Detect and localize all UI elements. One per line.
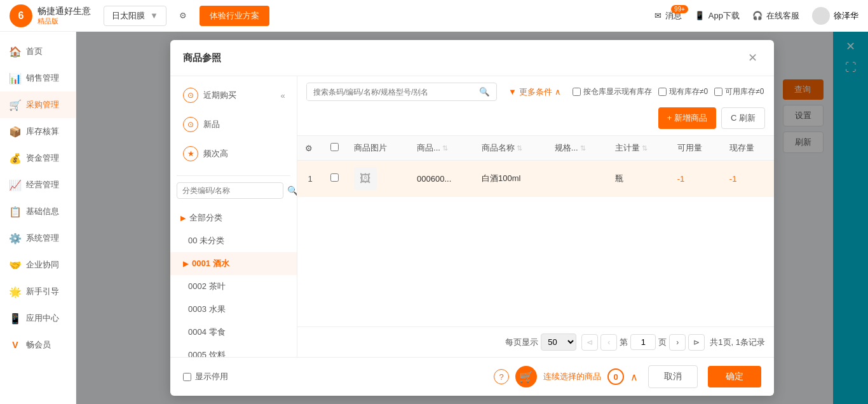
th-name[interactable]: 商品名称: [474, 136, 547, 161]
th-image: 商品图片: [346, 136, 409, 161]
cart-button[interactable]: 🛒: [515, 366, 537, 387]
show-disabled-checkbox[interactable]: [183, 373, 191, 381]
settings-icon[interactable]: ⚙: [173, 6, 193, 26]
sidebar-label-app-center: 应用中心: [26, 313, 59, 324]
checkbox-available-stock[interactable]: 可用库存≠0: [714, 86, 764, 97]
show-disabled-label[interactable]: 显示停用: [183, 371, 228, 382]
active-arrow-icon: ▶: [183, 260, 188, 268]
more-filters-button[interactable]: ▼ 更多条件 ∧: [503, 83, 566, 101]
nav-right: ✉ 消息 99+ 📱 App下载 🎧 在线客服 徐泽华: [654, 7, 858, 25]
sidebar-item-basic-info[interactable]: 📋 基础信息: [0, 198, 76, 225]
quick-filter-recent[interactable]: ⊙ 近期购买: [177, 83, 243, 108]
prev-page-button[interactable]: ‹: [600, 334, 617, 351]
th-code[interactable]: 商品...: [409, 136, 474, 161]
sidebar-item-home[interactable]: 🏠 首页: [0, 38, 76, 65]
category-drinks[interactable]: 0005 饮料: [170, 344, 297, 357]
sidebar-item-operations[interactable]: 📈 经营管理: [0, 172, 76, 198]
checkbox-warehouse-stock[interactable]: 按仓库显示现有库存: [573, 86, 652, 97]
first-page-button[interactable]: ⊲: [581, 334, 598, 351]
sidebar-item-finance[interactable]: 💰 资金管理: [0, 145, 76, 172]
row-available: -1: [670, 161, 722, 197]
checkbox-nonzero-stock[interactable]: 现有库存≠0: [658, 86, 708, 97]
messages-button[interactable]: ✉ 消息 99+: [654, 10, 682, 22]
category-panel: ⊙ 近期购买 « ⊙ 新品 ★ 频次高: [170, 76, 297, 357]
app-center-icon: 📱: [10, 313, 21, 324]
category-tea[interactable]: 0002 茶叶: [170, 275, 297, 298]
row-checkbox[interactable]: [330, 173, 339, 182]
username-label: 徐泽华: [834, 10, 858, 22]
page-number-input[interactable]: [630, 334, 656, 350]
chevron-down-icon: ▼: [150, 11, 158, 20]
per-page-select[interactable]: 50 20 100: [541, 333, 576, 351]
category-search-row: 🔍: [170, 178, 297, 203]
category-snacks-label: 0004 零食: [188, 327, 226, 338]
nonzero-stock-checkbox[interactable]: [658, 88, 667, 96]
page-navigation: ⊲ ‹ 第 页 › ⊳: [581, 334, 705, 351]
next-page-button[interactable]: ›: [669, 334, 686, 351]
confirm-button[interactable]: 确定: [708, 366, 761, 387]
th-spec[interactable]: 规格...: [547, 136, 607, 161]
sidebar-item-inventory[interactable]: 📦 库存核算: [0, 118, 76, 145]
product-search-input[interactable]: [307, 84, 473, 100]
modal-close-button[interactable]: ✕: [743, 49, 761, 67]
th-checkbox: [323, 136, 346, 161]
category-unclassified[interactable]: 00 未分类: [170, 229, 297, 252]
app-download-button[interactable]: 📱 App下载: [695, 10, 740, 22]
checkbox-nonzero-label: 现有库存≠0: [669, 86, 708, 97]
sidebar-item-sales[interactable]: 📊 销售管理: [0, 65, 76, 91]
category-search-icon[interactable]: 🔍: [287, 185, 297, 196]
page-size-selector: 每页显示 50 20 100: [505, 333, 576, 351]
logo-icon: 6: [10, 4, 32, 27]
action-buttons: + 新增商品 C 刷新: [658, 107, 765, 129]
sidebar-item-purchase[interactable]: 🛒 采购管理: [0, 91, 76, 118]
quick-filter-new[interactable]: ⊙ 新品: [177, 112, 290, 137]
chevron-up-icon[interactable]: ∧: [630, 371, 638, 383]
trial-button[interactable]: 体验行业方案: [200, 6, 269, 26]
finance-icon: 💰: [10, 152, 21, 164]
table-row[interactable]: 1 🖼 000600... 白酒100ml: [297, 161, 774, 197]
category-search-input[interactable]: [177, 182, 283, 199]
help-icon[interactable]: ?: [494, 369, 509, 384]
cancel-button[interactable]: 取消: [648, 365, 698, 388]
refresh-button[interactable]: C 刷新: [721, 107, 765, 129]
sidebar-label-purchase: 采购管理: [26, 99, 59, 111]
last-page-button[interactable]: ⊳: [688, 334, 705, 351]
sidebar-item-app-center[interactable]: 📱 应用中心: [0, 305, 76, 332]
main-content: ✕ ⛶ 查询 设置 刷新 商品参照 ✕: [76, 32, 868, 404]
store-selector[interactable]: 日太阳膜 ▼: [104, 6, 166, 26]
user-profile[interactable]: 徐泽华: [812, 7, 858, 25]
sidebar-item-guide[interactable]: 🌟 新手引导: [0, 278, 76, 305]
sidebar-item-system[interactable]: ⚙️ 系统管理: [0, 225, 76, 252]
row-index: 1: [297, 161, 323, 197]
available-stock-checkbox[interactable]: [714, 88, 722, 96]
operations-icon: 📈: [10, 179, 21, 191]
sidebar-label-member: 畅会员: [26, 339, 51, 351]
table-header-row: ⚙ 商品图片 商品... 商品名称 规格...: [297, 136, 774, 161]
basic-info-icon: 📋: [10, 206, 21, 217]
product-search-button[interactable]: 🔍: [473, 83, 496, 100]
row-checkbox-cell: [323, 161, 346, 197]
category-fruits[interactable]: 0003 水果: [170, 298, 297, 321]
column-settings-icon[interactable]: ⚙: [305, 144, 313, 153]
category-snacks[interactable]: 0004 零食: [170, 321, 297, 344]
sidebar-item-member[interactable]: V 畅会员: [0, 332, 76, 358]
warehouse-stock-checkbox[interactable]: [573, 88, 581, 96]
member-icon: V: [10, 339, 21, 351]
logo-area: 6 畅捷通好生意 精品版: [10, 4, 91, 27]
category-tea-label: 0002 茶叶: [188, 281, 226, 292]
online-service-button[interactable]: 🎧 在线客服: [752, 10, 799, 22]
logo-text: 畅捷通好生意 精品版: [37, 5, 91, 25]
add-product-button[interactable]: + 新增商品: [658, 107, 716, 129]
category-all-label: 全部分类: [189, 212, 222, 224]
select-all-checkbox[interactable]: [330, 143, 339, 151]
collapse-button[interactable]: «: [275, 88, 290, 103]
category-all[interactable]: ▶ 全部分类: [170, 206, 297, 229]
total-info: 共1页, 1条记录: [710, 337, 765, 348]
product-list-panel: 🔍 ▼ 更多条件 ∧ 按仓库显示现有库存: [297, 76, 774, 357]
sidebar-item-enterprise[interactable]: 🤝 企业协同: [0, 252, 76, 278]
quick-filter-frequent[interactable]: ★ 频次高: [177, 141, 290, 166]
per-page-label: 每页显示: [505, 337, 538, 348]
product-table-container: ⚙ 商品图片 商品... 商品名称 规格...: [297, 136, 774, 327]
category-liquor[interactable]: ▶ 0001 酒水: [170, 252, 297, 275]
th-unit[interactable]: 主计量: [607, 136, 670, 161]
